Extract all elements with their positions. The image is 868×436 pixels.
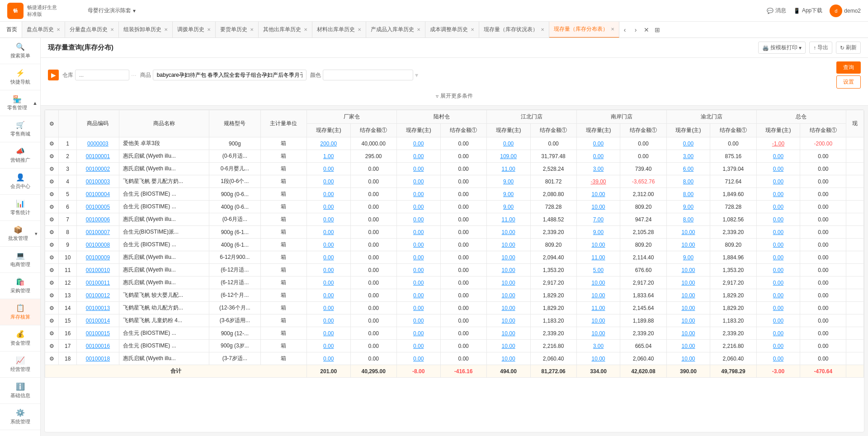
- cell-zc-qty[interactable]: 0.00: [756, 302, 800, 314]
- cell-lc-qty[interactable]: 0.00: [396, 327, 440, 340]
- cell-fj-qty[interactable]: 0.00: [307, 289, 350, 302]
- export-btn[interactable]: ↑ 导出: [809, 42, 832, 54]
- cell-zc-qty[interactable]: 0.00: [756, 163, 800, 175]
- cell-zc-qty[interactable]: 0.00: [756, 175, 800, 188]
- cell-lc-qty[interactable]: 0.00: [396, 352, 440, 365]
- tab-home[interactable]: 首页: [2, 22, 22, 38]
- cell-na-qty[interactable]: 9.00: [576, 226, 620, 239]
- tab-expand-btn[interactable]: ⊞: [652, 22, 663, 38]
- cell-yb-qty[interactable]: 8.00: [666, 175, 710, 188]
- cell-gear[interactable]: ⚙: [45, 277, 59, 289]
- cell-lc-qty[interactable]: 0.00: [396, 239, 440, 251]
- cell-jb-qty[interactable]: 11.00: [486, 163, 530, 175]
- cell-na-qty[interactable]: 0.00: [576, 137, 620, 150]
- cell-yb-qty[interactable]: 10.00: [666, 314, 710, 327]
- cell-gear[interactable]: ⚙: [45, 150, 59, 163]
- cell-zc-qty[interactable]: 0.00: [756, 213, 800, 226]
- cell-lc-qty[interactable]: 0.00: [396, 175, 440, 188]
- cell-na-qty[interactable]: 5.00: [576, 264, 620, 277]
- cell-fj-qty[interactable]: 0.00: [307, 226, 350, 239]
- cell-zc-qty[interactable]: 0.00: [756, 251, 800, 264]
- cell-gear[interactable]: ⚙: [45, 201, 59, 213]
- tab-pandian[interactable]: 盘点单历史 ✕: [22, 22, 65, 38]
- cell-gear[interactable]: ⚙: [45, 163, 59, 175]
- cell-jb-qty[interactable]: 10.00: [486, 239, 530, 251]
- expand-more-btn[interactable]: ▿ 展开更多条件: [48, 90, 861, 102]
- cell-na-qty[interactable]: 10.00: [576, 188, 620, 201]
- sidebar-item-nav[interactable]: ⚡ 快捷导航: [0, 64, 40, 90]
- cell-gear[interactable]: ⚙: [45, 302, 59, 314]
- cell-jb-qty[interactable]: 10.00: [486, 277, 530, 289]
- sidebar-item-ecommerce[interactable]: 💻 电商管理: [0, 247, 40, 273]
- cell-lc-qty[interactable]: 0.00: [396, 163, 440, 175]
- tab-next-btn[interactable]: ›: [630, 22, 641, 38]
- cell-fj-qty[interactable]: 0.00: [307, 352, 350, 365]
- cell-na-qty[interactable]: 0.00: [576, 150, 620, 163]
- cell-na-qty[interactable]: 10.00: [576, 352, 620, 365]
- tab-fenpandian[interactable]: 分量盘点单历史 ✕: [65, 22, 119, 38]
- cell-lc-qty[interactable]: 0.00: [396, 213, 440, 226]
- cell-gear[interactable]: ⚙: [45, 352, 59, 365]
- cell-yb-qty[interactable]: 0.00: [666, 137, 710, 150]
- sidebar-item-member[interactable]: 👤 会员中心: [0, 169, 40, 195]
- sidebar-item-retail-stats[interactable]: 📊 零售统计: [0, 195, 40, 221]
- tab-chanpin[interactable]: 产成品入库单历史 ✕: [366, 22, 425, 38]
- cell-na-qty[interactable]: 10.00: [576, 327, 620, 340]
- cell-lc-qty[interactable]: 0.00: [396, 188, 440, 201]
- cell-jb-qty[interactable]: 10.00: [486, 352, 530, 365]
- cell-na-qty[interactable]: 3.00: [576, 163, 620, 175]
- cell-fj-qty[interactable]: 0.00: [307, 277, 350, 289]
- tab-zuzhechaixie[interactable]: 组装拆卸单历史 ✕: [119, 22, 173, 38]
- sidebar-item-inventory[interactable]: 📋 库存核算: [0, 299, 40, 325]
- sidebar-item-purchase[interactable]: 🛍️ 采购管理: [0, 273, 40, 299]
- sidebar-item-search[interactable]: 🔍 搜索英单: [0, 38, 40, 64]
- cell-zc-qty[interactable]: -1.00: [756, 137, 800, 150]
- cell-lc-qty[interactable]: 0.00: [396, 201, 440, 213]
- cell-fj-qty[interactable]: 0.00: [307, 264, 350, 277]
- cell-na-qty[interactable]: 11.00: [576, 251, 620, 264]
- th-gear[interactable]: ⚙: [45, 110, 59, 137]
- cell-gear[interactable]: ⚙: [45, 137, 59, 150]
- sidebar-item-retail-mgmt[interactable]: 🏪 零售管理 ▲: [0, 90, 40, 116]
- cell-zc-qty[interactable]: 0.00: [756, 239, 800, 251]
- cell-gear[interactable]: ⚙: [45, 340, 59, 352]
- cell-na-qty[interactable]: 10.00: [576, 201, 620, 213]
- cell-na-qty[interactable]: 10.00: [576, 314, 620, 327]
- app-download-btn[interactable]: 📱 App下载: [793, 7, 822, 14]
- cell-zc-qty[interactable]: 0.00: [756, 340, 800, 352]
- cell-fj-qty[interactable]: 0.00: [307, 213, 350, 226]
- user-menu[interactable]: d demo2: [830, 5, 861, 17]
- cell-jb-qty[interactable]: 10.00: [486, 327, 530, 340]
- cell-yb-qty[interactable]: 10.00: [666, 352, 710, 365]
- cell-jb-qty[interactable]: 0.00: [486, 137, 530, 150]
- cell-gear[interactable]: ⚙: [45, 226, 59, 239]
- cell-lc-qty[interactable]: 0.00: [396, 302, 440, 314]
- cell-yb-qty[interactable]: 9.00: [666, 251, 710, 264]
- cell-yb-qty[interactable]: 8.00: [666, 188, 710, 201]
- cell-gear[interactable]: ⚙: [45, 327, 59, 340]
- cell-lc-qty[interactable]: 0.00: [396, 137, 440, 150]
- cell-yb-qty[interactable]: 10.00: [666, 340, 710, 352]
- sidebar-item-operations[interactable]: 📈 经营管理: [0, 352, 40, 378]
- cell-lc-qty[interactable]: 0.00: [396, 264, 440, 277]
- tab-prev-btn[interactable]: ‹: [619, 22, 630, 38]
- cell-na-qty[interactable]: 10.00: [576, 289, 620, 302]
- cell-gear[interactable]: ⚙: [45, 213, 59, 226]
- org-selector[interactable]: 母婴行业演示陈套 ▾: [88, 7, 136, 14]
- color-dropdown-icon[interactable]: ▾: [415, 71, 418, 79]
- tab-chengben[interactable]: 成本调整单历史 ✕: [425, 22, 479, 38]
- cell-na-qty[interactable]: 10.00: [576, 277, 620, 289]
- cell-fj-qty[interactable]: 0.00: [307, 239, 350, 251]
- cell-gear[interactable]: ⚙: [45, 314, 59, 327]
- cell-yb-qty[interactable]: 10.00: [666, 327, 710, 340]
- cell-zc-qty[interactable]: 0.00: [756, 201, 800, 213]
- sidebar-item-collab[interactable]: 🤝 企业协同: [0, 430, 40, 436]
- cell-yb-qty[interactable]: 10.00: [666, 239, 710, 251]
- cell-zc-qty[interactable]: 0.00: [756, 150, 800, 163]
- print-btn[interactable]: 🖨️ 按模板打印 ▾: [758, 42, 806, 54]
- cell-fj-qty[interactable]: 0.00: [307, 201, 350, 213]
- message-btn[interactable]: 💬 消息: [767, 7, 786, 14]
- cell-lc-qty[interactable]: 0.00: [396, 277, 440, 289]
- tab-qita[interactable]: 其他出库单历史 ✕: [259, 22, 312, 38]
- cell-fj-qty[interactable]: 0.00: [307, 314, 350, 327]
